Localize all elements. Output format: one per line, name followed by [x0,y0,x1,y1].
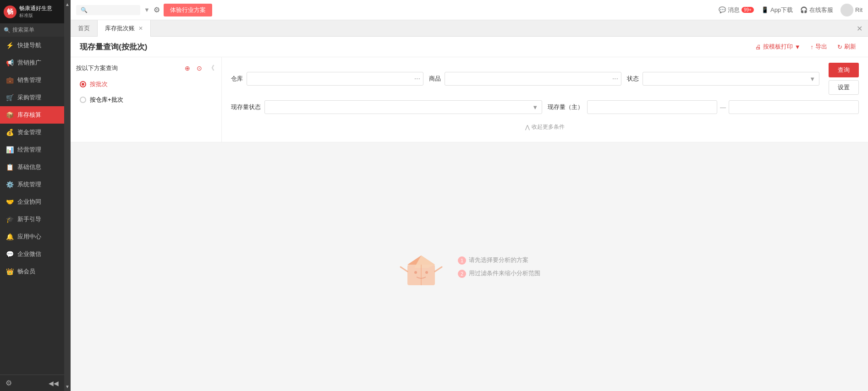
collapse-bar[interactable]: ⋀ 收起更多条件 [231,119,859,136]
goods-more-icon[interactable]: ··· [612,75,618,83]
sidebar-item-operation[interactable]: 📊 经营管理 [0,141,64,158]
refresh-button[interactable]: ↻ 刷新 [835,41,859,52]
sidebar-item-apps[interactable]: 🔔 应用中心 [0,228,64,245]
sidebar-item-basic[interactable]: 📋 基础信息 [0,158,64,176]
settings-gear-icon[interactable]: ⚙ [154,5,160,14]
filter-row-2: 现存量状态 ▼ 现存量（主） — [231,100,859,114]
settings-icon[interactable]: ⚙ [5,379,12,387]
sidebar-item-enterprise[interactable]: 🤝 企业协同 [0,193,64,211]
radio-warehouse-batch [80,97,86,103]
scroll-up-arrow[interactable]: ▲ [65,2,70,7]
topbar: 🔍 ▼ ⚙ 体验行业方案 💬 消息 99+ 📱 App下载 🎧 在线客服 Rit [71,0,868,20]
sidebar-item-vip[interactable]: 👑 畅会员 [0,263,64,280]
tab-panel-close-icon[interactable]: ✕ [857,24,863,33]
export-button[interactable]: ↑ 导出 [808,41,830,52]
app-download-button[interactable]: 📱 App下载 [761,6,793,14]
print-button[interactable]: 🖨 按模板打印 ▼ [753,41,803,52]
filter-fields: 仓库 ··· 商品 ··· 状态 [222,57,868,142]
status-select[interactable]: ▼ [643,72,819,86]
sidebar-nav: ⚡ 快捷导航 📢 营销推广 💼 销售管理 🛒 采购管理 📦 库存核算 💰 资金管… [0,37,64,375]
warehouse-more-icon[interactable]: ··· [414,75,420,83]
settings-button[interactable]: 设置 [829,80,859,95]
add-scheme-icon[interactable]: ⊕ [183,64,192,73]
system-icon: ⚙️ [5,180,14,189]
marketing-icon: 📢 [5,59,14,67]
top-search-box[interactable]: 🔍 [76,5,140,15]
page-content: 现存量查询(按批次) 🖨 按模板打印 ▼ ↑ 导出 ↻ 刷新 [71,37,868,391]
sidebar-item-sales[interactable]: 💼 销售管理 [0,71,64,89]
sidebar-item-purchase[interactable]: 🛒 采购管理 [0,89,64,106]
svg-line-7 [435,267,442,272]
warehouse-filter: 仓库 ··· [231,72,423,86]
sidebar-item-system[interactable]: ⚙️ 系统管理 [0,176,64,193]
message-icon: 💬 [719,6,726,13]
main-content: 🔍 ▼ ⚙ 体验行业方案 💬 消息 99+ 📱 App下载 🎧 在线客服 Rit [71,0,868,391]
scheme-warehouse-batch[interactable]: 按仓库+批次 [71,92,221,108]
sidebar-scrollbar[interactable]: ▲ ▼ [64,0,71,391]
dropdown-arrow-icon[interactable]: ▼ [144,6,150,13]
query-settings-buttons: 查询 设置 [829,63,859,95]
purchase-icon: 🛒 [5,93,14,102]
collapse-icon[interactable]: ◀◀ [49,380,59,387]
sidebar-footer: ⚙ ◀◀ [0,375,64,391]
stock-status-select[interactable]: ▼ [264,100,542,114]
search-menu[interactable]: 🔍 搜索菜单 [0,23,64,37]
refresh-icon: ↻ [837,43,842,50]
scheme-batch[interactable]: 按批次 [71,76,221,92]
user-profile[interactable]: Rit [841,4,863,16]
page-title: 现存量查询(按批次) [80,42,147,52]
print-dropdown-icon[interactable]: ▼ [795,43,801,50]
empty-step-1: 1 请先选择要分析的方案 [458,256,540,265]
step2-circle: 2 [458,270,466,278]
enterprise-icon: 🤝 [5,198,14,206]
collapse-scheme-icon[interactable]: 《 [207,64,216,73]
phone-icon: 📱 [761,6,769,13]
goods-input-wrapper[interactable]: ··· [445,72,621,86]
status-filter: 状态 ▼ [627,72,819,86]
sidebar-item-wechat[interactable]: 💬 企业微信 [0,245,64,263]
stock-status-filter: 现存量状态 ▼ [231,100,542,114]
online-service-button[interactable]: 🎧 在线客服 [800,6,833,14]
sidebar: 畅 畅康通好生意 标准版 🔍 搜索菜单 ⚡ 快捷导航 📢 营销推广 💼 销售管理… [0,0,64,391]
query-button[interactable]: 查询 [829,63,859,77]
page-header-actions: 🖨 按模板打印 ▼ ↑ 导出 ↻ 刷新 [753,41,859,52]
svg-line-6 [401,267,407,272]
goods-filter: 商品 ··· [429,72,621,86]
settings-scheme-icon[interactable]: ⊙ [195,64,204,73]
inventory-icon: 📦 [5,111,14,119]
filter-panel: 按以下方案查询 ⊕ ⊙ 《 按批次 按仓库+批次 [71,57,868,142]
status-dropdown-icon: ▼ [809,76,815,82]
topbar-actions: 💬 消息 99+ 📱 App下载 🎧 在线客服 Rit [719,4,863,16]
search-icon: 🔍 [4,27,11,33]
headset-icon: 🎧 [800,6,808,13]
messages-button[interactable]: 💬 消息 99+ [719,6,754,14]
empty-state: 1 请先选择要分析的方案 2 用过滤条件来缩小分析范围 [71,142,868,391]
newbie-icon: 🎓 [5,215,14,223]
wechat-icon: 💬 [5,250,14,258]
warehouse-input[interactable] [250,76,412,82]
basic-icon: 📋 [5,163,14,171]
empty-step-2: 2 用过滤条件来缩小分析范围 [458,269,540,278]
sidebar-header: 畅 畅康通好生意 标准版 [0,0,64,23]
sidebar-item-quicknav[interactable]: ⚡ 快捷导航 [0,37,64,54]
vip-icon: 👑 [5,267,14,276]
page-header: 现存量查询(按批次) 🖨 按模板打印 ▼ ↑ 导出 ↻ 刷新 [71,37,868,57]
tab-home[interactable]: 首页 [71,20,98,37]
collapse-up-icon: ⋀ [525,124,530,130]
trial-industry-button[interactable]: 体验行业方案 [164,4,212,16]
tab-close-icon[interactable]: ✕ [138,25,143,32]
scheme-header-icons: ⊕ ⊙ 《 [183,64,216,73]
sidebar-item-marketing[interactable]: 📢 营销推广 [0,54,64,71]
goods-input[interactable] [448,76,610,82]
sales-icon: 💼 [5,76,14,84]
stock-qty-to[interactable] [729,100,859,114]
sidebar-item-newbie[interactable]: 🎓 新手引导 [0,211,64,228]
sidebar-item-finance[interactable]: 💰 资金管理 [0,124,64,141]
scroll-down-arrow[interactable]: ▼ [65,384,70,389]
app-logo: 畅 [4,5,16,18]
warehouse-input-wrapper[interactable]: ··· [247,72,423,86]
tab-batch[interactable]: 库存批次账 ✕ [98,20,151,37]
sidebar-item-inventory[interactable]: 📦 库存核算 [0,106,64,124]
finance-icon: 💰 [5,128,14,136]
stock-qty-from[interactable] [587,100,717,114]
